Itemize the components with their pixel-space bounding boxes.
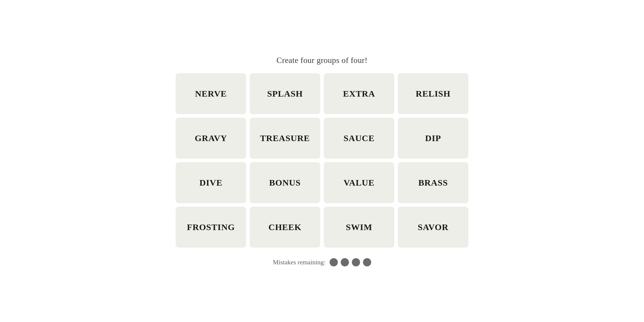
mistake-dot-3 xyxy=(352,258,360,266)
tile-gravy[interactable]: GRAVY xyxy=(176,118,246,159)
tile-cheek[interactable]: CHEEK xyxy=(250,207,320,248)
tile-label-dive: DIVE xyxy=(199,178,222,188)
tile-label-frosting: FROSTING xyxy=(187,222,235,232)
tile-brass[interactable]: BRASS xyxy=(398,162,468,203)
tile-relish[interactable]: RELISH xyxy=(398,73,468,114)
tile-savor[interactable]: SAVOR xyxy=(398,207,468,248)
tile-label-extra: EXTRA xyxy=(343,89,375,99)
mistakes-row: Mistakes remaining: xyxy=(273,258,371,266)
tile-value[interactable]: VALUE xyxy=(324,162,394,203)
tile-label-swim: SWIM xyxy=(346,222,372,232)
tile-treasure[interactable]: TREASURE xyxy=(250,118,320,159)
word-grid: NERVESPLASHEXTRARELISHGRAVYTREASURESAUCE… xyxy=(176,73,468,248)
tile-dive[interactable]: DIVE xyxy=(176,162,246,203)
tile-dip[interactable]: DIP xyxy=(398,118,468,159)
tile-label-splash: SPLASH xyxy=(267,89,303,99)
tile-frosting[interactable]: FROSTING xyxy=(176,207,246,248)
tile-nerve[interactable]: NERVE xyxy=(176,73,246,114)
tile-label-sauce: SAUCE xyxy=(343,133,374,143)
mistake-dot-4 xyxy=(363,258,371,266)
tile-label-brass: BRASS xyxy=(418,178,448,188)
mistakes-label: Mistakes remaining: xyxy=(273,258,326,266)
tile-label-value: VALUE xyxy=(344,178,375,188)
mistakes-dots xyxy=(330,258,371,266)
game-container: Create four groups of four! NERVESPLASHE… xyxy=(176,56,468,266)
tile-label-savor: SAVOR xyxy=(418,222,448,232)
tile-bonus[interactable]: BONUS xyxy=(250,162,320,203)
tile-label-nerve: NERVE xyxy=(195,89,227,99)
game-subtitle: Create four groups of four! xyxy=(277,56,368,65)
mistake-dot-2 xyxy=(341,258,349,266)
tile-extra[interactable]: EXTRA xyxy=(324,73,394,114)
tile-label-dip: DIP xyxy=(425,133,441,143)
tile-label-treasure: TREASURE xyxy=(260,133,310,143)
tile-label-cheek: CHEEK xyxy=(268,222,302,232)
tile-label-gravy: GRAVY xyxy=(195,133,227,143)
mistake-dot-1 xyxy=(330,258,338,266)
tile-sauce[interactable]: SAUCE xyxy=(324,118,394,159)
tile-label-bonus: BONUS xyxy=(269,178,301,188)
tile-swim[interactable]: SWIM xyxy=(324,207,394,248)
tile-splash[interactable]: SPLASH xyxy=(250,73,320,114)
tile-label-relish: RELISH xyxy=(416,89,451,99)
